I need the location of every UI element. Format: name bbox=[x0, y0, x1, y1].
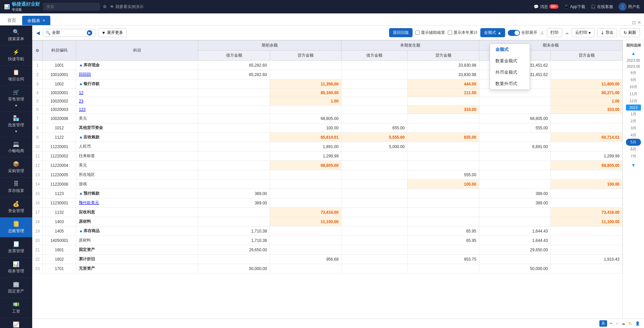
amount-style-btn[interactable]: 金额式 ▲ bbox=[480, 28, 505, 37]
account-name-link[interactable]: 12 bbox=[79, 90, 83, 95]
period-2023-05-2[interactable]: 2023.05 bbox=[626, 63, 641, 69]
period-down-arrow[interactable]: ▼ bbox=[631, 162, 636, 168]
year-cumul-checkbox-input[interactable] bbox=[448, 30, 452, 35]
sidebar-item-purchase[interactable]: 📦 采购管理 bbox=[0, 157, 32, 178]
status-icon-cloud[interactable]: ☁ bbox=[622, 321, 625, 326]
account-name-link[interactable]: 预付款美元 bbox=[79, 200, 99, 205]
expand-more-btn[interactable]: ▼ 展开更多 bbox=[98, 28, 127, 37]
app-download-btn[interactable]: 📱 App下载 bbox=[564, 4, 585, 10]
period-7[interactable]: 7月 bbox=[626, 153, 641, 160]
sidebar-item-retail[interactable]: 🛒 零售管理 ▾ bbox=[0, 86, 32, 112]
expand-all-toggle[interactable] bbox=[508, 30, 520, 36]
sidebar-item-quicknav[interactable]: ⚡ 快捷导航 bbox=[0, 46, 32, 66]
lang-btn[interactable]: 英 bbox=[599, 320, 607, 327]
sidebar-item-assets[interactable]: 🏢 固定资产 bbox=[0, 278, 32, 298]
sidebar-item-operations[interactable]: 📈 经营管理 bbox=[0, 318, 32, 328]
table-container[interactable]: ⚙ 科目编码 科目 期初余额 本期发生额 期末余额 借方金额 贷方金额 借方金额… bbox=[32, 40, 623, 319]
account-search-input[interactable] bbox=[52, 30, 86, 35]
tab-close-btn[interactable]: ✕ bbox=[637, 20, 641, 25]
period-4[interactable]: 4月 bbox=[626, 132, 641, 139]
expand-child-icon[interactable]: ▲ bbox=[79, 228, 83, 233]
cell-opening-credit: 65,614.01 bbox=[270, 133, 341, 142]
dropdown-item-amount[interactable]: 金额式 bbox=[490, 44, 530, 55]
period-2023-05-1[interactable]: 2023.05 bbox=[626, 57, 641, 63]
account-name-text: 银行存款 bbox=[84, 81, 100, 86]
settings-icon[interactable]: ⚙ bbox=[103, 4, 107, 9]
cell-closing-debit bbox=[479, 151, 551, 161]
sidebar-item-inventory[interactable]: 🗄 库存核算 bbox=[0, 178, 32, 197]
status-icon-cloud2[interactable]: ⛅ bbox=[628, 321, 633, 326]
refresh-btn[interactable]: ↻ 刷新 bbox=[620, 28, 640, 37]
cell-account-name[interactable]: 23 bbox=[76, 97, 198, 106]
show-year-cumul-checkbox[interactable]: 显示本年累计 bbox=[448, 30, 478, 36]
cell-period-debit: 655.00 bbox=[341, 123, 408, 133]
table-row: 91122▲应收账款65,614.015,555.00655.0060,714.… bbox=[33, 133, 623, 142]
return-old-btn[interactable]: 退回旧版 bbox=[389, 28, 413, 37]
nav-back-icon[interactable]: ◀ bbox=[36, 30, 40, 36]
period-10[interactable]: 10月 bbox=[626, 83, 641, 90]
period-12[interactable]: 12月 bbox=[626, 97, 641, 105]
sidebar-item-salary[interactable]: 💵 工资 bbox=[0, 298, 32, 318]
sidebar-item-tax[interactable]: 📊 税务管理 bbox=[0, 258, 32, 278]
sidebar-item-wholesale[interactable]: 🏪 批发管理 ▾ bbox=[0, 112, 32, 137]
status-icon-edit[interactable]: ✏ bbox=[610, 321, 613, 326]
expand-child-icon[interactable]: ▲ bbox=[79, 81, 83, 86]
cell-account-name[interactable]: 预付款美元 bbox=[76, 198, 198, 208]
expand-child-icon[interactable]: ▲ bbox=[79, 63, 83, 67]
sidebar-label-inventory: 库存核算 bbox=[8, 188, 24, 194]
cell-opening-credit bbox=[270, 198, 341, 208]
dropdown-item-quantity-foreign[interactable]: 数量外币式 bbox=[490, 78, 530, 89]
account-name-link[interactable]: 回回回 bbox=[79, 72, 91, 77]
auxiliary-checkbox-input[interactable] bbox=[415, 30, 420, 35]
cell-opening-debit bbox=[198, 79, 270, 89]
tab-home[interactable]: 首页 bbox=[3, 16, 21, 25]
cell-closing-credit: 11,100.00 bbox=[551, 217, 623, 226]
cell-account-name[interactable]: 122 bbox=[76, 106, 198, 114]
period-2[interactable]: 2月 bbox=[626, 118, 641, 125]
cell-period-debit bbox=[341, 151, 408, 161]
sidebar-item-invoice[interactable]: 🧾 发票管理 bbox=[0, 238, 32, 258]
online-service-btn[interactable]: 🎧 在线客服 bbox=[591, 4, 613, 10]
cell-opening-debit: 389.00 bbox=[198, 198, 270, 208]
expand-child-icon[interactable]: ▲ bbox=[79, 191, 83, 196]
account-name-link[interactable]: 122 bbox=[79, 107, 86, 112]
sidebar-item-finance[interactable]: 💰 资金管理 bbox=[0, 197, 32, 217]
status-icon-star[interactable]: ☆ bbox=[615, 321, 619, 326]
cell-account-name[interactable]: 12 bbox=[76, 89, 198, 97]
period-5[interactable]: 5月 bbox=[626, 139, 641, 146]
cell-opening-debit bbox=[198, 217, 270, 226]
print-btn[interactable]: 打印 bbox=[547, 28, 562, 37]
th-settings[interactable]: ⚙ bbox=[33, 41, 43, 61]
sidebar-item-ecommerce[interactable]: 💻 小畅电商 bbox=[0, 137, 32, 157]
status-icon-person[interactable]: 👤 bbox=[635, 321, 640, 326]
tab-close-icon[interactable]: ✕ bbox=[42, 18, 45, 23]
cloud-print-btn[interactable]: 云打印 ▾ bbox=[572, 28, 594, 37]
cell-opening-credit bbox=[270, 245, 341, 255]
expand-child-icon[interactable]: ▲ bbox=[79, 135, 83, 139]
period-3[interactable]: 3月 bbox=[626, 125, 641, 132]
sidebar-item-search[interactable]: 🔍 搜索菜单 bbox=[0, 25, 32, 46]
period-11[interactable]: 11月 bbox=[626, 90, 641, 97]
period-6[interactable]: 6月 bbox=[626, 146, 641, 153]
export-btn[interactable]: ⤓ 导出 bbox=[597, 28, 617, 37]
tab-minimize-btn[interactable]: ⊡ bbox=[632, 20, 636, 25]
period-9[interactable]: 9月 bbox=[626, 76, 641, 83]
period-8[interactable]: 8月 bbox=[626, 69, 641, 76]
show-auxiliary-checkbox[interactable]: 显示辅助核算 bbox=[415, 30, 445, 36]
demo-link[interactable]: 👁 我要看实例演示 bbox=[110, 4, 144, 10]
refresh-icon: ↻ bbox=[624, 30, 627, 35]
account-name-link[interactable]: 23 bbox=[79, 99, 83, 104]
period-1[interactable]: 1月 bbox=[626, 111, 641, 118]
tab-balance[interactable]: 余额表 ✕ bbox=[22, 16, 50, 25]
global-search-input[interactable] bbox=[43, 3, 100, 10]
dropdown-item-foreign-amount[interactable]: 外币金额式 bbox=[490, 67, 530, 78]
dropdown-item-quantity-amount[interactable]: 数量金额式 bbox=[490, 55, 530, 67]
cell-account-name[interactable]: 回回回 bbox=[76, 70, 198, 79]
sidebar-item-ledger[interactable]: 📒 总账管理 bbox=[0, 217, 32, 238]
search-clear-icon[interactable]: ▶ bbox=[87, 30, 92, 36]
period-up-arrow[interactable]: ▲ bbox=[631, 51, 636, 56]
user-avatar[interactable]: 👤 用户名 bbox=[619, 3, 640, 11]
period-2023-year[interactable]: 2023 bbox=[626, 105, 641, 111]
sidebar-item-project[interactable]: 📋 项目合同 bbox=[0, 66, 32, 86]
message-btn[interactable]: 💬 消息 99+ bbox=[534, 4, 558, 10]
